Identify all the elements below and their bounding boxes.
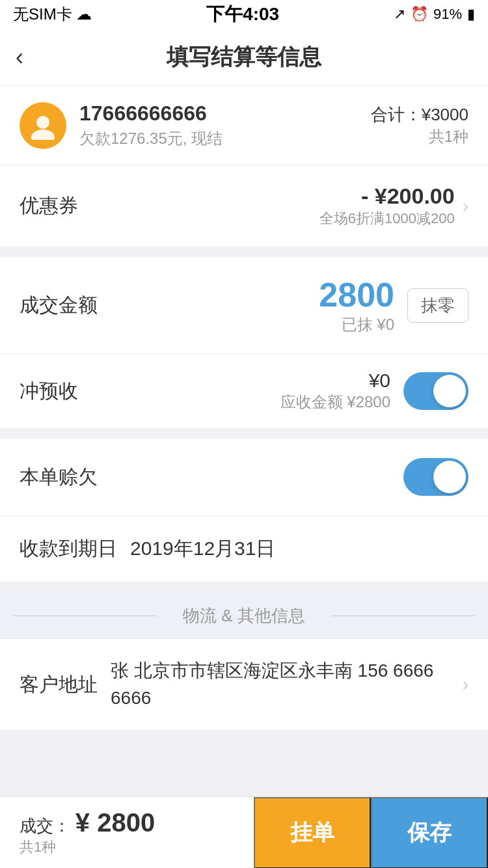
customer-phone: 17666666666 [79,102,223,126]
duedate-row: 收款到期日 2019年12月31日 [0,515,488,582]
summary-count: 共1种 [20,837,234,857]
page-title: 填写结算等信息 [167,42,321,72]
battery-icon: ▮ [467,6,475,23]
round-button[interactable]: 抹零 [407,288,468,323]
divider-text: 物流 & 其他信息 [170,604,318,627]
coupon-row[interactable]: 优惠券 - ¥200.00 全场6折满1000减200 › [0,165,488,247]
divider-line-right [331,616,475,616]
back-button[interactable]: ‹ [16,44,23,71]
address-value: 张 北京市市辖区海淀区永丰南 156 6666 6666 [111,657,463,712]
amount-value: 2800 [319,275,394,314]
amount-label: 成交金额 [20,292,98,319]
customer-section: 17666666666 欠款1276.35元, 现结 合计：¥3000 共1种 … [0,86,488,247]
hold-button[interactable]: 挂单 [254,797,371,869]
debt-toggle-knob [433,461,466,493]
svg-point-0 [36,116,49,129]
coupon-chevron-icon: › [463,196,468,217]
total-label: 合计：¥3000 [371,103,468,126]
coupon-discount: - ¥200.00 [319,183,455,209]
avatar [20,102,66,149]
debt-section: 本单赊欠 收款到期日 2019年12月31日 [0,439,488,582]
coupon-desc: 全场6折满1000减200 [319,209,455,228]
nav-bar: ‹ 填写结算等信息 [0,29,488,86]
save-button[interactable]: 保存 [371,797,488,869]
divider-line-left [13,616,157,616]
address-row[interactable]: 客户地址 张 北京市市辖区海淀区永丰南 156 6666 6666 › [0,639,488,730]
total-count: 共1种 [371,126,468,147]
bottom-bar: 成交： ¥ 2800 共1种 挂单 保存 [0,796,488,868]
precollect-toggle[interactable] [403,372,468,410]
avatar-icon [29,111,57,140]
svg-point-1 [31,129,55,140]
debt-label: 本单赊欠 [20,464,98,491]
status-time: 下午4:03 [206,2,279,27]
precollect-sub: 应收金额 ¥2800 [280,392,390,413]
no-sim-label: 无SIM卡 ☁ [13,4,92,25]
battery-label: 91% [433,6,462,23]
alarm-icon: ⏰ [411,6,428,23]
status-bar: 无SIM卡 ☁ 下午4:03 ↗ ⏰ 91% ▮ [0,0,488,29]
status-left: 无SIM卡 ☁ [13,4,92,25]
summary-amount: ¥ 2800 [75,808,155,837]
amount-row: 成交金额 2800 已抹 ¥0 抹零 [0,257,488,353]
location-icon: ↗ [394,6,405,23]
amount-sub: 已抹 ¥0 [319,314,394,335]
precollect-row: 冲预收 ¥0 应收金额 ¥2800 [0,353,488,428]
logistics-divider: 物流 & 其他信息 [0,592,488,639]
address-label: 客户地址 [20,671,98,698]
precollect-label: 冲预收 [20,378,78,405]
debt-toggle[interactable] [403,458,468,496]
debt-row: 本单赊欠 [0,439,488,515]
customer-debt: 欠款1276.35元, 现结 [79,128,223,149]
duedate-value: 2019年12月31日 [130,536,275,562]
coupon-label: 优惠券 [20,193,78,219]
toggle-knob [433,375,466,407]
amount-section: 成交金额 2800 已抹 ¥0 抹零 冲预收 ¥0 应收金额 ¥2800 [0,257,488,428]
bottom-summary: 成交： ¥ 2800 共1种 [0,808,254,857]
summary-label: 成交： [20,816,70,835]
precollect-amount: ¥0 [280,370,390,392]
duedate-label: 收款到期日 [20,536,117,562]
status-right: ↗ ⏰ 91% ▮ [394,6,475,23]
address-chevron-icon: › [463,674,468,695]
customer-row: 17666666666 欠款1276.35元, 现结 合计：¥3000 共1种 [0,86,488,165]
